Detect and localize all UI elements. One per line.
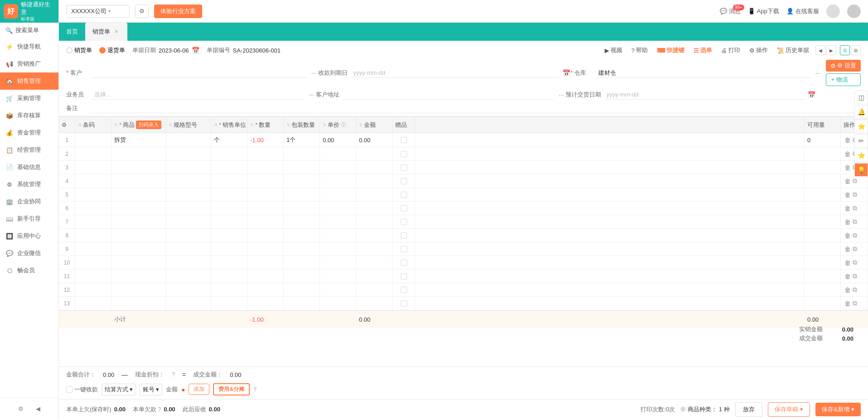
help-btn[interactable]: ? 帮助	[629, 45, 650, 55]
sidebar-search[interactable]: 🔍 搜索菜单	[0, 23, 58, 38]
setting-button[interactable]: ⚙ ⚙ 设置	[826, 60, 861, 72]
warehouse-dots-btn[interactable]: ···	[814, 69, 823, 77]
shortcut-btn[interactable]: ⌨ 快捷键	[654, 45, 687, 55]
discount-help-icon[interactable]: ?	[172, 371, 175, 378]
td-qty-1[interactable]: -1.00	[247, 133, 284, 147]
float-btn-4[interactable]: ✏	[854, 134, 868, 148]
one-click-pay-checkbox[interactable]: 一键收款	[66, 385, 98, 394]
grid-tile-btn[interactable]: ⊞	[851, 45, 861, 55]
td-price-1[interactable]: 0.00	[320, 133, 356, 147]
settlement-select[interactable]: 结算方式 ▾	[102, 384, 136, 395]
sidebar-item-marketing[interactable]: 📢 营销推广	[0, 55, 58, 72]
tab-home[interactable]: 首页	[59, 23, 85, 41]
video-btn[interactable]: ▶ 视频	[602, 45, 625, 55]
select-btn[interactable]: ☰ 选单	[691, 45, 715, 55]
debit-help-icon[interactable]: ?	[158, 406, 161, 413]
delivery-date-input[interactable]	[604, 90, 805, 100]
radio-return[interactable]: 退货单	[99, 46, 125, 54]
td-product-1[interactable]: 拆货	[112, 133, 166, 147]
float-btn-5[interactable]: ⭐	[854, 149, 868, 162]
topbar-online-service[interactable]: 👤 在线客服	[786, 7, 819, 15]
sidebar-item-quick-nav[interactable]: ⚡ 快捷导航	[0, 38, 58, 55]
customer-dots-btn[interactable]: ···	[309, 69, 318, 77]
docno-value[interactable]: SA-20230606-001	[233, 47, 281, 54]
sidebar-settings-btn[interactable]: ⚙	[14, 402, 28, 415]
customer-addr-input[interactable]	[342, 90, 554, 100]
td-unit-2[interactable]	[211, 147, 247, 160]
sidebar-item-basic[interactable]: 📄 基础信息	[0, 159, 58, 176]
payment-date-input[interactable]	[350, 68, 560, 78]
delete-row-1-icon[interactable]: 🗑	[844, 136, 852, 144]
payment-date-calendar-icon[interactable]: 📅	[563, 69, 570, 77]
td-qty-2[interactable]	[247, 147, 284, 160]
draft-button[interactable]: 保存草稿 ▾	[768, 402, 810, 417]
td-pkg-qty-1[interactable]: 1个	[284, 133, 320, 147]
sidebar-collapse-btn[interactable]: ◀	[31, 402, 45, 415]
warehouse-input[interactable]	[596, 68, 810, 78]
topbar-gear-btn[interactable]: ⚙	[135, 5, 149, 18]
trial-button[interactable]: 体验行业方案	[154, 5, 202, 18]
sidebar-item-appstore[interactable]: 🔲 应用中心	[0, 227, 58, 245]
gift-checkbox-1[interactable]	[401, 137, 407, 143]
history-btn[interactable]: 📜 历史单据	[774, 45, 812, 55]
user-avatar2[interactable]	[847, 5, 861, 18]
sidebar-item-inventory[interactable]: 📦 库存核算	[0, 107, 58, 124]
sidebar-item-finance[interactable]: 💰 资金管理	[0, 124, 58, 141]
sidebar-item-wechat[interactable]: 💬 企业微信	[0, 245, 58, 262]
td-product-2[interactable]	[112, 147, 166, 160]
customer-input[interactable]	[92, 68, 306, 78]
float-btn-3[interactable]: ⭐	[854, 120, 868, 133]
td-barcode-2[interactable]	[75, 147, 112, 160]
price-info-icon[interactable]: ⓘ	[341, 121, 346, 128]
float-btn-orange[interactable]: 💡	[854, 163, 868, 177]
save-new-button[interactable]: 保存&新增 ▾	[815, 403, 861, 416]
expense-help-icon[interactable]: ?	[253, 386, 257, 393]
tab-close-icon[interactable]: ×	[113, 28, 120, 35]
print-btn[interactable]: 🖨 打印	[718, 45, 743, 55]
date-value[interactable]: 2023-06-06	[159, 47, 189, 54]
scan-button[interactable]: 扫码录入	[136, 120, 161, 129]
delivery-date-calendar-icon[interactable]: 📅	[808, 91, 815, 98]
notes-input[interactable]	[89, 103, 861, 113]
sidebar-item-purchase[interactable]: 🛒 采购管理	[0, 90, 58, 107]
float-btn-1[interactable]: ◫	[854, 91, 868, 104]
sidebar-item-collab[interactable]: 🏢 企业协同	[0, 193, 58, 210]
add-button[interactable]: 添加	[189, 384, 209, 395]
user-avatar[interactable]	[826, 5, 840, 18]
float-btn-2[interactable]: 🔔	[854, 105, 868, 119]
topbar-app-download[interactable]: 📱 App下载	[748, 7, 779, 15]
sidebar-item-operations[interactable]: 📋 经营管理	[0, 141, 58, 159]
grid-list-btn[interactable]: ☰	[840, 45, 850, 55]
th-setting[interactable]: ⚙	[59, 117, 75, 133]
customer-addr-dots-btn[interactable]: ···	[557, 91, 566, 98]
sidebar-item-guide[interactable]: 📖 新手引导	[0, 210, 58, 227]
topbar-message-btn[interactable]: 💬 消息 99+	[720, 7, 741, 15]
sidebar-item-member[interactable]: ⬡ 畅会员	[0, 262, 58, 279]
account-select[interactable]: 账号 ▾	[140, 384, 162, 395]
td-gift-1[interactable]	[393, 133, 415, 147]
delete-row-2-icon[interactable]: 🗑	[844, 150, 852, 158]
td-spec-1[interactable]	[166, 133, 211, 147]
td-amount-2[interactable]	[356, 147, 393, 160]
salesperson-input[interactable]	[92, 90, 304, 100]
tab-sale-order[interactable]: 销货单 ×	[85, 23, 127, 41]
one-click-pay-checkbox-box[interactable]	[66, 386, 73, 393]
operation-btn[interactable]: ⚙ 操作	[747, 45, 771, 55]
nav-next-btn[interactable]: ▶	[826, 45, 836, 55]
td-amount-1[interactable]: 0.00	[356, 133, 393, 147]
date-calendar-icon[interactable]: 📅	[192, 47, 199, 54]
expense-button[interactable]: 费用&分摊	[213, 383, 250, 395]
add-amount-icon[interactable]: ●	[181, 386, 185, 393]
logistics-button[interactable]: + 物流	[826, 73, 861, 86]
td-pkg-qty-2[interactable]	[284, 147, 320, 160]
td-barcode-1[interactable]	[75, 133, 112, 147]
td-spec-2[interactable]	[166, 147, 211, 160]
sidebar-item-system[interactable]: ⚙ 系统管理	[0, 176, 58, 193]
gift-checkbox-2[interactable]	[401, 151, 407, 157]
company-selector[interactable]: XXXXXX公司 ▾	[66, 5, 130, 18]
radio-sale[interactable]: 销货单	[66, 46, 92, 54]
salesperson-dots-btn[interactable]: ···	[307, 91, 316, 98]
nav-prev-btn[interactable]: ◀	[815, 45, 825, 55]
td-gift-2[interactable]	[393, 147, 415, 160]
td-price-2[interactable]	[320, 147, 356, 160]
